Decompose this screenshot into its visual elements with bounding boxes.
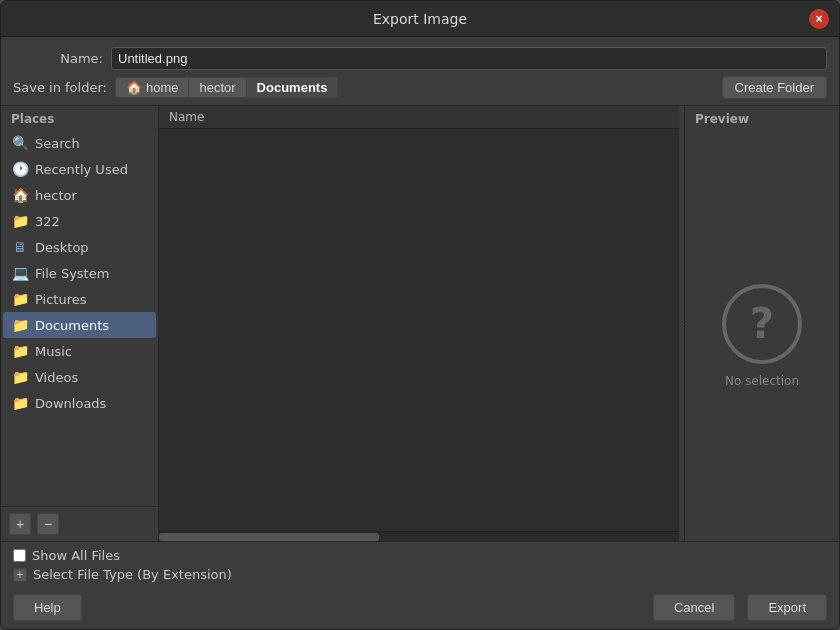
save-in-row: Save in folder: 🏠 home hector Documents … bbox=[13, 76, 827, 99]
sidebar-spacer bbox=[1, 416, 158, 506]
preview-no-selection-text: No selection bbox=[725, 374, 799, 388]
breadcrumb-documents-label: Documents bbox=[257, 80, 328, 95]
remove-place-button[interactable]: − bbox=[37, 513, 59, 535]
file-scrollbar[interactable] bbox=[159, 531, 679, 541]
sidebar-item-documents-label: Documents bbox=[35, 318, 109, 333]
create-folder-button[interactable]: Create Folder bbox=[722, 76, 827, 99]
file-area: Name ⋮ bbox=[159, 106, 684, 541]
breadcrumb-home-label: home bbox=[146, 80, 179, 95]
top-form: Name: Save in folder: 🏠 home hector Docu… bbox=[1, 37, 839, 105]
breadcrumb-hector[interactable]: hector bbox=[189, 77, 246, 98]
save-in-label: Save in folder: bbox=[13, 80, 107, 95]
sidebar-item-hector[interactable]: 🏠 hector bbox=[3, 182, 156, 208]
breadcrumb-documents[interactable]: Documents bbox=[247, 77, 339, 98]
sidebar-bottom: + − bbox=[1, 506, 158, 541]
downloads-icon: 📁 bbox=[11, 394, 29, 412]
export-button[interactable]: Export bbox=[747, 594, 827, 621]
titlebar: Export Image × bbox=[1, 1, 839, 37]
resize-dots: ⋮ bbox=[678, 320, 684, 328]
sidebar-item-322-label: 322 bbox=[35, 214, 60, 229]
home-icon: 🏠 bbox=[126, 80, 142, 95]
resize-handle[interactable]: ⋮ bbox=[679, 106, 684, 541]
scrollbar-thumb[interactable] bbox=[159, 533, 379, 541]
search-icon: 🔍 bbox=[11, 134, 29, 152]
sidebar-item-pictures-label: Pictures bbox=[35, 292, 86, 307]
bottom-bar: Show All Files + Select File Type (By Ex… bbox=[1, 541, 839, 588]
breadcrumb-home[interactable]: 🏠 home bbox=[115, 77, 190, 98]
name-input[interactable] bbox=[111, 47, 827, 70]
breadcrumb: 🏠 home hector Documents bbox=[115, 77, 338, 98]
name-label: Name: bbox=[13, 51, 103, 66]
places-header: Places bbox=[1, 106, 158, 130]
music-icon: 📁 bbox=[11, 342, 29, 360]
hector-icon: 🏠 bbox=[11, 186, 29, 204]
sidebar-item-desktop-label: Desktop bbox=[35, 240, 89, 255]
help-button[interactable]: Help bbox=[13, 594, 82, 621]
sidebar-item-pictures[interactable]: 📁 Pictures bbox=[3, 286, 156, 312]
preview-header: Preview bbox=[685, 106, 759, 130]
file-header: Name bbox=[159, 106, 684, 129]
show-all-files-row: Show All Files bbox=[13, 548, 827, 563]
add-place-button[interactable]: + bbox=[9, 513, 31, 535]
sidebar-item-documents[interactable]: 📁 Documents bbox=[3, 312, 156, 338]
sidebar: Places 🔍 Search 🕐 Recently Used 🏠 hector… bbox=[1, 106, 159, 541]
sidebar-item-downloads[interactable]: 📁 Downloads bbox=[3, 390, 156, 416]
sidebar-item-322[interactable]: 📁 322 bbox=[3, 208, 156, 234]
expander-icon: + bbox=[13, 568, 27, 582]
show-all-files-label[interactable]: Show All Files bbox=[32, 548, 120, 563]
export-image-dialog: Export Image × Name: Save in folder: 🏠 h… bbox=[0, 0, 840, 630]
show-all-files-checkbox[interactable] bbox=[13, 549, 26, 562]
sidebar-item-filesystem[interactable]: 💻 File System bbox=[3, 260, 156, 286]
select-file-type-label: Select File Type (By Extension) bbox=[33, 567, 232, 582]
recently-used-icon: 🕐 bbox=[11, 160, 29, 178]
sidebar-item-search[interactable]: 🔍 Search bbox=[3, 130, 156, 156]
cancel-button[interactable]: Cancel bbox=[653, 594, 735, 621]
sidebar-item-music-label: Music bbox=[35, 344, 72, 359]
sidebar-item-videos[interactable]: 📁 Videos bbox=[3, 364, 156, 390]
sidebar-item-videos-label: Videos bbox=[35, 370, 78, 385]
documents-icon: 📁 bbox=[11, 316, 29, 334]
sidebar-item-recently-used-label: Recently Used bbox=[35, 162, 128, 177]
preview-area: Preview ? No selection bbox=[684, 106, 839, 541]
button-row: Help Cancel Export bbox=[1, 588, 839, 629]
sidebar-item-search-label: Search bbox=[35, 136, 80, 151]
sidebar-item-desktop[interactable]: 🖥 Desktop bbox=[3, 234, 156, 260]
dialog-title: Export Image bbox=[373, 11, 467, 27]
name-row: Name: bbox=[13, 47, 827, 70]
pictures-icon: 📁 bbox=[11, 290, 29, 308]
filesystem-icon: 💻 bbox=[11, 264, 29, 282]
videos-icon: 📁 bbox=[11, 368, 29, 386]
main-area: Places 🔍 Search 🕐 Recently Used 🏠 hector… bbox=[1, 105, 839, 541]
file-name-column: Name bbox=[169, 110, 204, 124]
desktop-icon: 🖥 bbox=[11, 238, 29, 256]
sidebar-item-recently-used[interactable]: 🕐 Recently Used bbox=[3, 156, 156, 182]
preview-no-selection-icon: ? bbox=[722, 284, 802, 364]
close-button[interactable]: × bbox=[809, 9, 829, 29]
sidebar-item-hector-label: hector bbox=[35, 188, 77, 203]
file-list[interactable] bbox=[159, 129, 684, 541]
sidebar-item-downloads-label: Downloads bbox=[35, 396, 106, 411]
breadcrumb-hector-label: hector bbox=[199, 80, 235, 95]
select-file-type-row[interactable]: + Select File Type (By Extension) bbox=[13, 567, 827, 582]
right-buttons: Cancel Export bbox=[653, 594, 827, 621]
sidebar-item-filesystem-label: File System bbox=[35, 266, 109, 281]
preview-content: ? No selection bbox=[722, 130, 802, 541]
sidebar-item-music[interactable]: 📁 Music bbox=[3, 338, 156, 364]
folder-322-icon: 📁 bbox=[11, 212, 29, 230]
